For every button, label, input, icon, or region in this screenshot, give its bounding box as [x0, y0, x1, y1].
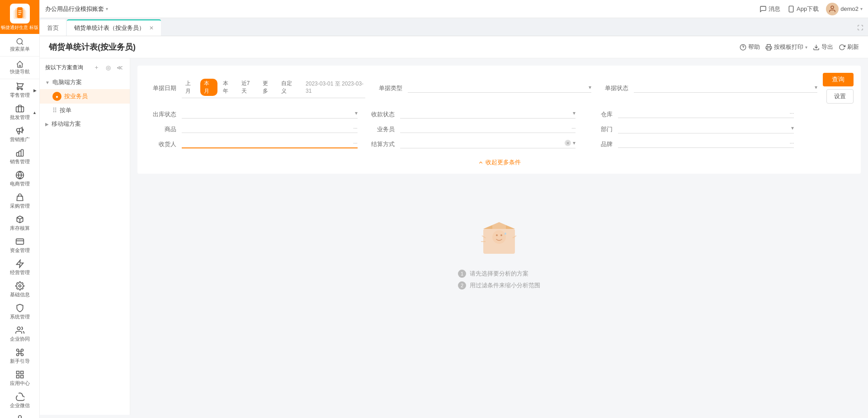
left-panel-title: 按以下方案查询	[45, 64, 83, 71]
doc-status-label: 单据状态	[597, 84, 628, 92]
sidebar-item-enterprise[interactable]: 企业协同	[0, 323, 39, 345]
doc-type-field[interactable]: ▾	[408, 84, 591, 93]
sidebar-logo[interactable]: 畅捷通好生意 标版	[0, 0, 39, 34]
brand-more[interactable]: ···	[790, 140, 794, 146]
help-btn[interactable]: 帮助	[740, 43, 760, 51]
sidebar-item-marketing[interactable]: 营销推广	[0, 124, 39, 146]
goods-more[interactable]: ···	[354, 125, 358, 131]
receipt-status-arrow[interactable]: ▾	[573, 110, 576, 116]
date-tabs: 上月 本月 本年 近7天 更多 自定义	[182, 79, 299, 96]
date-tab-lastmonth[interactable]: 上月	[182, 79, 198, 96]
payment-field[interactable]: ✕ ▾	[400, 140, 576, 148]
sidebar-item-operations[interactable]: 经营管理	[0, 256, 39, 279]
right-panel: 单据日期 上月 本月 本年 近7天 更多 自定义 20	[130, 58, 868, 415]
search-menu-item[interactable]: 搜索菜单	[0, 34, 39, 57]
scheme-by-order[interactable]: ⠿ 按单	[40, 104, 130, 117]
date-tab-last7days[interactable]: 近7天	[238, 79, 257, 96]
doc-status-field[interactable]: ▾	[634, 84, 817, 93]
sidebar-item-inventory[interactable]: 库存核算	[0, 212, 39, 234]
department-label: 部门	[581, 125, 613, 133]
settings-btn[interactable]: 设置	[826, 89, 854, 104]
user-name: demo2	[840, 5, 859, 12]
message-label: 消息	[769, 5, 780, 13]
tab-close-btn[interactable]: ✕	[149, 25, 154, 31]
tab-home[interactable]: 首页	[40, 19, 66, 36]
salesperson-more[interactable]: ···	[571, 125, 576, 131]
edit-scheme-btn[interactable]: ◎	[104, 63, 113, 72]
collapse-panel-btn[interactable]: ≪	[115, 63, 124, 72]
topbar-actions: 消息 App下载 demo2 ▾	[760, 3, 863, 15]
sidebar-item-basic[interactable]: 基础信息	[0, 279, 39, 301]
svg-rect-11	[20, 375, 23, 378]
sidebar-item-wholesale[interactable]: 批发管理 ▲	[0, 101, 39, 124]
sidebar-wholesale-label: 批发管理	[10, 114, 30, 121]
sidebar-item-corpwechat[interactable]: 企业微信	[0, 390, 39, 412]
date-tab-custom[interactable]: 自定义	[278, 79, 299, 96]
department-arrow[interactable]: ▾	[791, 125, 794, 131]
sidebar-item-appcenter[interactable]: 应用中心	[0, 367, 39, 390]
export-btn[interactable]: 导出	[813, 43, 833, 51]
empty-state: 1 请先选择要分析的方案 2 用过滤条件来缩小分析范围	[137, 179, 861, 317]
collapse-btn[interactable]: 收起更多条件	[478, 158, 521, 166]
template-print-btn[interactable]: 按模板打印 ▾	[765, 43, 807, 51]
filter-row-2: 出库状态 ▾ 收款状态 ▾ 仓库	[145, 110, 854, 119]
consignee-more[interactable]: ···	[354, 140, 358, 146]
payment-clear-btn[interactable]: ✕	[565, 140, 571, 146]
payment-arrow[interactable]: ▾	[573, 140, 576, 146]
scheme-desktop[interactable]: ▼ 电脑端方案	[40, 76, 130, 89]
doc-type-arrow[interactable]: ▾	[589, 84, 591, 90]
product-dropdown-arrow[interactable]: ▾	[106, 6, 108, 11]
quick-nav-item[interactable]: 快捷导航	[0, 57, 39, 79]
sidebar-item-system[interactable]: 系统管理	[0, 301, 39, 323]
query-btn[interactable]: 查询	[823, 73, 854, 86]
out-status-arrow[interactable]: ▾	[355, 110, 358, 116]
svg-rect-6	[16, 239, 24, 244]
sidebar-item-sales[interactable]: 销售管理	[0, 146, 39, 168]
date-tab-more[interactable]: 更多	[259, 79, 276, 96]
filter-row-3: 商品 ··· 业务员 ··· 部门	[145, 125, 854, 133]
filter-actions: 查询 设置	[823, 73, 854, 104]
tab-sales-report[interactable]: 销货单统计表（按业务员） ✕	[67, 19, 161, 36]
sidebar-item-retail[interactable]: 零售管理 ▶	[0, 79, 39, 101]
mobile-scheme-label: 移动端方案	[52, 120, 81, 128]
desktop-expand-arrow: ▼	[45, 80, 50, 85]
refresh-btn[interactable]: 刷新	[839, 43, 859, 51]
sidebar-operations-label: 经营管理	[10, 269, 30, 276]
date-tab-thismonth[interactable]: 本月	[200, 79, 217, 96]
sidebar-item-purchase[interactable]: 采购管理	[0, 190, 39, 212]
svg-point-15	[831, 6, 834, 9]
out-status-field[interactable]: ▾	[182, 110, 358, 119]
sidebar-retail-label: 零售管理	[10, 92, 30, 99]
consignee-field[interactable]: ···	[182, 140, 358, 148]
salesperson-field[interactable]: ···	[400, 125, 576, 133]
salesperson-badge: ●	[52, 92, 61, 101]
template-print-arrow[interactable]: ▾	[805, 45, 807, 50]
add-scheme-btn[interactable]: ＋	[92, 63, 101, 72]
date-tab-thisyear[interactable]: 本年	[219, 79, 236, 96]
scheme-mobile[interactable]: ▶ 移动端方案	[40, 117, 130, 131]
doc-status-arrow[interactable]: ▾	[815, 84, 817, 90]
warehouse-more[interactable]: ···	[790, 110, 794, 116]
warehouse-field[interactable]: ···	[618, 110, 794, 118]
date-range-value: 2023-03-01 至 2023-03-31	[306, 80, 365, 94]
brand-field[interactable]: ···	[618, 140, 794, 148]
sidebar-item-member[interactable]: 畅会员	[0, 412, 39, 418]
sidebar-newuser-label: 新手引导	[10, 358, 30, 365]
page-header-actions: 帮助 按模板打印 ▾ 导出 刷新	[740, 43, 859, 57]
goods-field[interactable]: ···	[182, 125, 358, 133]
tip-num-1: 1	[458, 270, 466, 278]
tab-expand-btn[interactable]	[853, 19, 868, 36]
salesperson-scheme-label: 按业务员	[64, 92, 88, 100]
doc-type-label: 单据类型	[371, 84, 402, 92]
app-download-btn[interactable]: App下载	[788, 5, 819, 13]
sidebar-item-finance[interactable]: 资金管理	[0, 234, 39, 256]
user-area[interactable]: demo2 ▾	[826, 3, 863, 15]
sidebar-item-newuser[interactable]: 新手引导	[0, 345, 39, 367]
receipt-status-field[interactable]: ▾	[400, 110, 576, 119]
logo-text: 畅捷通好生意 标版	[1, 24, 38, 30]
message-btn[interactable]: 消息	[760, 5, 780, 13]
scheme-by-salesperson[interactable]: ● 按业务员	[40, 89, 130, 104]
export-label: 导出	[821, 43, 833, 51]
department-field[interactable]: ▾	[618, 125, 794, 133]
sidebar-item-ecommerce[interactable]: 电商管理	[0, 168, 39, 190]
